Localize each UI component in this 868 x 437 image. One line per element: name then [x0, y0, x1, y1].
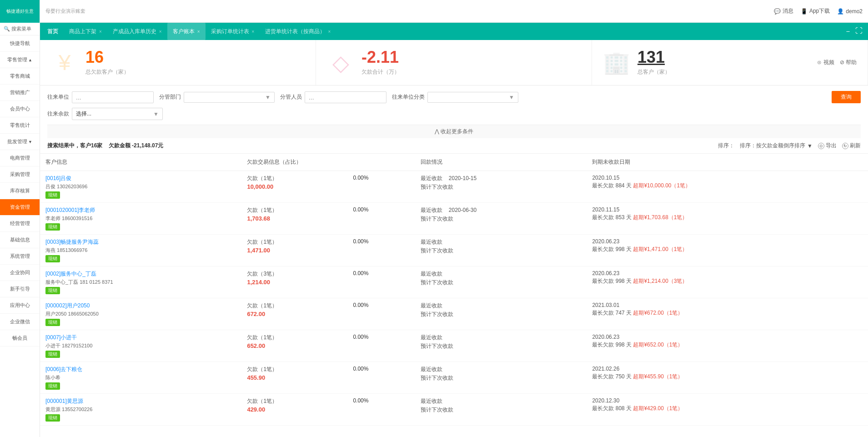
filter-input-person[interactable]: ... [305, 91, 386, 103]
sidebar-item-newbie[interactable]: 新手引导 [0, 281, 40, 297]
customer-name[interactable]: [0001020001]李老师 [45, 206, 236, 214]
overdue-days: 最长欠款 998 天 超期¥652.00（1笔） [592, 341, 863, 349]
customer-name[interactable]: [0002]服务中心_丁磊 [45, 270, 236, 278]
filter-row-2: 往来余款 选择... ▼ [47, 108, 861, 120]
customer-info-cell: [000001]黄思源 黄思源 13552700226 现销 [40, 394, 241, 426]
tab-close-icon[interactable]: × [159, 29, 162, 34]
debt-amount[interactable]: 672.00 [247, 311, 342, 317]
tab-finished-goods[interactable]: 产成品入库单历史 × [107, 23, 167, 40]
tab-home[interactable]: 首页 [42, 23, 64, 40]
customer-name[interactable]: [000001]黄思源 [45, 397, 236, 405]
sidebar-item-finance[interactable]: 资金管理 [0, 199, 40, 216]
col-overdue: 到期未收款日期 [587, 154, 868, 171]
overdue-amount[interactable]: 超期¥1,214.00（3笔） [633, 278, 687, 284]
collapse-label: 收起更多条件 [441, 128, 473, 135]
overdue-amount[interactable]: 超期¥429.00（1笔） [633, 405, 683, 412]
sidebar-item-marketing[interactable]: 营销推广 [0, 85, 40, 101]
message-btn[interactable]: 💬 消息 [774, 7, 793, 15]
debt-info-cell: 欠款（1笔） 1,703.68 [241, 203, 347, 235]
chevron-down-icon: ▲ [28, 58, 32, 62]
minimize-icon[interactable]: － [844, 27, 852, 36]
customer-phone: 吕俊 13026203696 [45, 183, 236, 190]
filter-input-client[interactable]: ... [72, 91, 154, 103]
last-payment: 最近收款 2020-10-15 [421, 175, 581, 182]
debt-amount[interactable]: 10,000.00 [247, 183, 342, 190]
sidebar-item-appstore[interactable]: 应用中心 [0, 297, 40, 314]
sidebar-item-inventory[interactable]: 库存核算 [0, 183, 40, 199]
overdue-date: 2020.06.23 [592, 334, 863, 340]
user-avatar[interactable]: 👤 demo2 [837, 8, 863, 15]
filter-row-1: 往来单位 ... 分管部门 ▼ 分管人员 ... 往来单位分类 [47, 91, 861, 103]
customer-tag: 现销 [45, 414, 60, 422]
sidebar-item-wholesale[interactable]: 批发管理 ▼ [0, 134, 40, 150]
debt-amount[interactable]: 1,703.68 [247, 215, 342, 222]
debt-amount[interactable]: 652.00 [247, 342, 342, 349]
filter-select-dept[interactable]: ▼ [184, 92, 275, 103]
sidebar-search[interactable]: 🔍 搜索菜单 [0, 23, 40, 35]
video-btn[interactable]: ⊙ 视频 [817, 59, 834, 66]
tab-close-icon[interactable]: × [328, 29, 331, 34]
customer-tag: 现销 [45, 255, 60, 262]
help-btn[interactable]: ⊘ 帮助 [840, 59, 857, 66]
sidebar-item-wechat[interactable]: 企业微信 [0, 314, 40, 330]
export-icon: ⊙ [818, 143, 824, 149]
tab-close-icon[interactable]: × [99, 29, 102, 34]
tab-product-listing[interactable]: 商品上下架 × [64, 23, 107, 40]
debt-amount[interactable]: 455.90 [247, 374, 342, 381]
tab-purchase-stats[interactable]: 采购订单统计表 × [206, 23, 260, 40]
filter-label-balance: 往来余款 [47, 110, 69, 118]
collapse-btn[interactable]: ⋀ 收起更多条件 [47, 125, 861, 138]
sidebar-item-members[interactable]: 会员中心 [0, 101, 40, 117]
debt-amount[interactable]: 1,214.00 [247, 279, 342, 286]
sidebar-item-management[interactable]: 经营管理 [0, 216, 40, 232]
customer-name[interactable]: [0003]畅捷服务尹海蕊 [45, 238, 236, 246]
sidebar-item-ecommerce[interactable]: 电商管理 [0, 150, 40, 166]
sidebar-item-retail-mall[interactable]: 零售商城 [0, 68, 40, 85]
sidebar-item-quick-nav[interactable]: 快捷导航 [0, 35, 40, 52]
sidebar-item-member-plus[interactable]: 畅会员 [0, 330, 40, 347]
recovery-cell: 最近收款 预计下次收款 [415, 394, 587, 426]
sidebar-item-enterprise[interactable]: 企业协同 [0, 265, 40, 281]
tab-purchase-goods-stats[interactable]: 进货单统计表（按商品） × [260, 23, 336, 40]
overdue-amount[interactable]: 超期¥1,703.68（1笔） [633, 214, 687, 221]
tab-close-icon[interactable]: × [252, 29, 255, 34]
overdue-date: 2020.12.30 [592, 397, 863, 404]
filter-select-balance[interactable]: 选择... ▼ [72, 108, 163, 120]
filter-person: 分管人员 ... [280, 91, 386, 103]
sort-button[interactable]: 排序：按欠款金额倒序排序 ▼ [740, 142, 813, 150]
sidebar-item-retail-mgmt[interactable]: 零售管理 ▲ [0, 52, 40, 68]
tab-customer-account[interactable]: 客户账本 × [167, 23, 206, 40]
customer-name[interactable]: [0016]吕俊 [45, 175, 236, 182]
overdue-amount[interactable]: 超期¥652.00（1笔） [633, 342, 683, 348]
debt-info-cell: 欠款（1笔） 672.00 [241, 298, 347, 330]
debt-amount[interactable]: 429.00 [247, 406, 342, 413]
query-button[interactable]: 查询 [832, 91, 861, 103]
overdue-amount[interactable]: 超期¥455.90（1笔） [633, 373, 683, 380]
debt-info-cell: 欠款（1笔） 455.90 [241, 362, 347, 394]
debt-count: 欠款（1笔） [247, 397, 342, 405]
sidebar-item-system[interactable]: 系统管理 [0, 248, 40, 265]
overdue-amount[interactable]: 超期¥1,471.00（1笔） [633, 246, 687, 252]
refresh-button[interactable]: ↻ 刷新 [842, 142, 861, 150]
filter-select-category[interactable]: ▼ [427, 92, 518, 103]
customer-name[interactable]: [0006]去下粮仓 [45, 366, 236, 373]
overdue-amount[interactable]: 超期¥672.00（1笔） [633, 310, 683, 316]
customer-name[interactable]: [0007]小进干 [45, 334, 236, 342]
sidebar-item-basic-info[interactable]: 基础信息 [0, 232, 40, 248]
tab-close-icon[interactable]: × [197, 29, 200, 34]
maximize-icon[interactable]: ⛶ [855, 27, 863, 36]
export-button[interactable]: ⊙ 导出 [818, 142, 837, 150]
sidebar-item-retail-stats[interactable]: 零售统计 [0, 117, 40, 134]
debt-ratio-cell: 0.00% [347, 235, 415, 266]
tabbar: 首页 商品上下架 × 产成品入库单历史 × 客户账本 × 采购订单统计表 × 进… [40, 23, 868, 40]
next-payment: 预计下次收款 [421, 279, 581, 286]
sidebar-item-purchase[interactable]: 采购管理 [0, 166, 40, 183]
debt-info-cell: 欠款（1笔） 1,471.00 [241, 235, 347, 266]
overdue-amount[interactable]: 超期¥10,000.00（1笔） [633, 182, 691, 189]
customer-name[interactable]: [000002]用户2050 [45, 302, 236, 310]
app-download-btn[interactable]: 📱 App下载 [801, 7, 830, 15]
col-customer-info: 客户信息 [40, 154, 241, 171]
overdue-cell: 2020.10.15 最长欠款 884 天 超期¥10,000.00（1笔） [587, 171, 868, 203]
debt-amount[interactable]: 1,471.00 [247, 247, 342, 254]
debt-customers-icon: ¥ [51, 49, 78, 76]
